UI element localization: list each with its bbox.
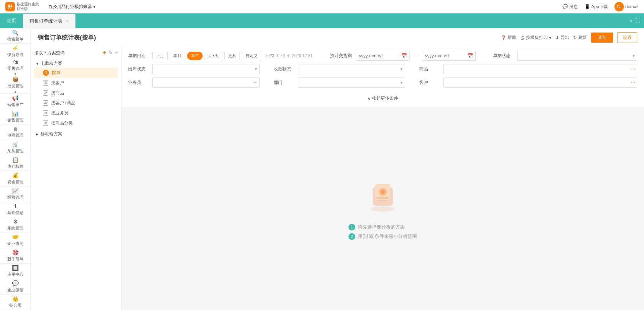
sidebar-item-wholesale[interactable]: 📦 批发管理 ▴ <box>0 76 31 94</box>
svg-point-6 <box>381 190 385 194</box>
print-button[interactable]: 🖨 按模板打印 ▾ <box>520 35 551 41</box>
scheme-item-by-category[interactable]: 类 按商品分类 <box>34 118 118 128</box>
collapse-panel-icon[interactable]: « <box>115 49 118 56</box>
department-select[interactable] <box>298 78 405 88</box>
sidebar-item-appcenter[interactable]: 🔲 应用中心 <box>0 264 31 279</box>
help-icon: ❓ <box>501 35 506 40</box>
refresh-button[interactable]: ↻ 刷新 <box>573 35 587 41</box>
scheme-item-by-product[interactable]: 品 按商品 <box>34 88 118 98</box>
empty-tip-1: 1 请先选择要分析的方案 <box>348 224 417 230</box>
appcenter-icon: 🔲 <box>12 265 19 271</box>
left-panel-actions: + ✎ « <box>103 49 118 56</box>
date-btn-more[interactable]: 更多 <box>224 52 240 60</box>
date-btn-this-year[interactable]: 本年 <box>187 52 203 60</box>
query-button[interactable]: 查询 <box>591 33 613 43</box>
sidebar-item-newbie[interactable]: 🎯 新手引导 <box>0 248 31 264</box>
mobile-scheme-group: ▸ 移动端方案 <box>34 130 118 138</box>
delivery-status-wrap: ▾ <box>152 64 260 74</box>
export-button[interactable]: ⬇ 导出 <box>555 35 569 41</box>
add-scheme-icon[interactable]: + <box>103 49 107 56</box>
sidebar-item-ecommerce[interactable]: 🖥 电商管理 <box>0 124 31 140</box>
sidebar-item-finance[interactable]: 💰 资金管理 <box>0 171 31 186</box>
scheme-item-by-salesperson[interactable]: 销 按业务员 <box>34 108 118 118</box>
date-btn-this-month[interactable]: 本月 <box>170 52 185 60</box>
page-actions: ❓ 帮助 🖨 按模板打印 ▾ ⬇ 导出 ↻ 刷新 查询 设置 <box>501 32 637 43</box>
sidebar-item-coop[interactable]: 🤝 企业协同 <box>0 233 31 248</box>
corpwx-icon: 💬 <box>12 280 19 287</box>
user-profile[interactable]: Ea demo2 <box>614 2 639 11</box>
sidebar-item-member[interactable]: 👑 畅会员 <box>0 295 31 310</box>
customer-label: 客户 <box>419 80 439 86</box>
search-icon: 🔍 <box>12 30 19 36</box>
page-title: 销售订单统计表(按单) <box>38 34 96 42</box>
date-btn-custom[interactable]: 自定义 <box>242 52 261 60</box>
help-button[interactable]: ❓ 帮助 <box>501 35 516 41</box>
maximize-icon[interactable]: ⛶ <box>635 18 641 24</box>
mobile-scheme-group-title[interactable]: ▸ 移动端方案 <box>34 130 118 138</box>
content-area: 销售订单统计表(按单) ❓ 帮助 🖨 按模板打印 ▾ ⬇ 导出 ↻ 刷新 <box>31 28 644 310</box>
scheme-icon: 客 <box>43 80 48 86</box>
logo-area: 好 畅捷通好生意 标准版 <box>5 2 39 11</box>
page-header: 销售订单统计表(按单) ❓ 帮助 🖨 按模板打印 ▾ ⬇ 导出 ↻ 刷新 <box>31 28 644 46</box>
scheme-item-by-customer[interactable]: 客 按客户 <box>34 78 118 88</box>
chevron-down-icon: ▾ <box>93 4 96 9</box>
scheme-icon: 客 <box>43 100 48 106</box>
delivery-status-select[interactable] <box>152 64 260 74</box>
filter-row-3: 业务员 ··· 部门 ▾ 客户 <box>128 78 637 88</box>
avatar: Ea <box>614 2 624 11</box>
print-dropdown-icon: ▾ <box>549 35 551 40</box>
collapse-button[interactable]: ∧ 收起更多条件 <box>128 93 637 103</box>
empty-tip-2: 2 用[过滤]条件来缩小分析范围 <box>348 233 417 240</box>
sidebar-item-operations[interactable]: 📈 经营管理 <box>0 187 31 202</box>
product-dots[interactable]: ··· <box>631 66 635 72</box>
sidebar-item-quicknav[interactable]: ⚡ 快捷导航 <box>0 44 31 59</box>
sidebar-item-retail[interactable]: 🛍 零售管理 ▾ <box>0 59 31 76</box>
sidebar-item-system[interactable]: ⚙ 系统管理 <box>0 217 31 233</box>
tab-sales-order-stats[interactable]: 销售订单统计表 × <box>23 14 75 29</box>
tab-home[interactable]: 首页 <box>0 13 23 28</box>
sidebar-item-search[interactable]: 🔍 搜索菜单 <box>0 28 31 44</box>
settings-button[interactable]: 设置 <box>617 32 637 43</box>
sidebar-item-sales[interactable]: 📊 销售管理 <box>0 109 31 124</box>
desktop-scheme-group-title[interactable]: ▾ 电脑端方案 <box>34 59 118 68</box>
payment-status-select[interactable] <box>298 64 405 74</box>
sidebar-item-purchase[interactable]: 🛒 采购管理 <box>0 140 31 155</box>
message-button[interactable]: 💬 消息 <box>562 4 578 10</box>
sidebar-item-inventory[interactable]: 📋 库存核算 <box>0 155 31 171</box>
top-bar: 好 畅捷通好生意 标准版 办公用品行业模拟账套 ▾ 💬 消息 📱 App下载 E… <box>0 0 644 13</box>
tab-close-icon[interactable]: × <box>66 19 69 23</box>
sidebar-item-basic[interactable]: ℹ 基础信息 <box>0 202 31 217</box>
operations-icon: 📈 <box>12 188 19 194</box>
filter-collapse-area: ∧ 收起更多条件 <box>128 91 637 103</box>
calendar-icon-2: 📅 <box>467 53 473 58</box>
finance-icon: 💰 <box>12 172 19 178</box>
system-icon: ⚙ <box>13 218 18 225</box>
tab-bar-actions: × ⛶ <box>630 18 644 24</box>
company-selector[interactable]: 办公用品行业模拟账套 ▾ <box>48 4 96 10</box>
empty-illustration <box>363 177 403 218</box>
expected-date-from-wrap: 📅 <box>356 51 410 61</box>
salesperson-input[interactable] <box>152 78 260 88</box>
salesperson-dots[interactable]: ··· <box>253 80 258 86</box>
customer-input[interactable] <box>443 78 637 88</box>
date-btn-7days[interactable]: 近7天 <box>205 52 222 60</box>
purchase-icon: 🛒 <box>12 141 19 148</box>
calendar-icon: 📅 <box>401 53 407 58</box>
status-select[interactable] <box>517 51 637 61</box>
minimize-icon[interactable]: × <box>630 18 633 24</box>
sidebar-item-corpwx[interactable]: 💬 企业微信 <box>0 279 31 295</box>
edit-scheme-icon[interactable]: ✎ <box>108 49 113 56</box>
scheme-icon: 销 <box>43 110 48 116</box>
product-input[interactable] <box>443 64 637 74</box>
date-btn-last-month[interactable]: 上月 <box>152 52 168 60</box>
collapse-icon: ∧ <box>367 96 371 101</box>
scheme-item-by-cust-prod[interactable]: 客 按客户+商品 <box>34 98 118 108</box>
app-download-button[interactable]: 📱 App下载 <box>585 4 608 10</box>
empty-state: 1 请先选择要分析的方案 2 用[过滤]条件来缩小分析范围 <box>121 107 644 310</box>
scheme-item-by-order[interactable]: 按 按单 <box>34 68 118 78</box>
tab-bar: 首页 销售订单统计表 × × ⛶ <box>0 13 644 28</box>
sidebar-item-marketing[interactable]: 📢 营销推广 <box>0 94 31 109</box>
empty-tips: 1 请先选择要分析的方案 2 用[过滤]条件来缩小分析范围 <box>348 224 417 240</box>
main-area: 🔍 搜索菜单 ⚡ 快捷导航 🛍 零售管理 ▾ 📦 批发管理 ▴ 📢 营销推广 📊… <box>0 28 644 310</box>
customer-dots[interactable]: ··· <box>631 80 635 86</box>
